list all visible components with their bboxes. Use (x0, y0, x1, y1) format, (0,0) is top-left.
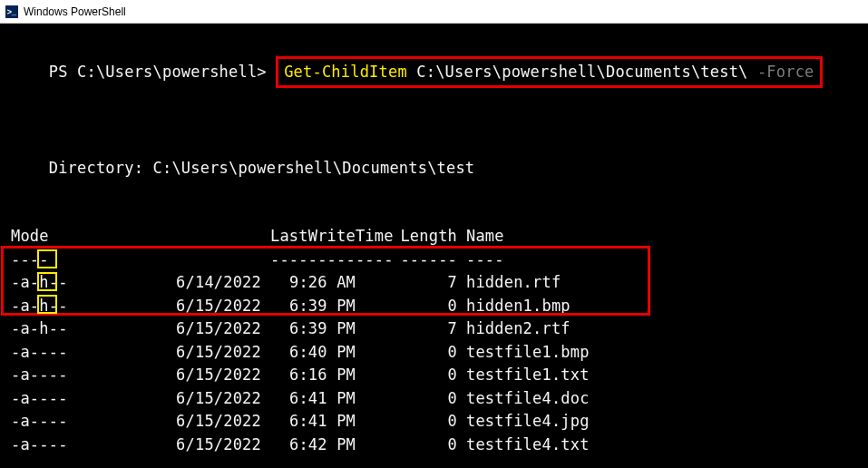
cell-time: 6:41 PM (261, 410, 356, 434)
cmd-flag: -Force (757, 63, 814, 81)
cell-name: hidden.rtf (457, 271, 561, 295)
cell-date: 6/15/2022 (138, 317, 261, 341)
cell-mode: -a---- (11, 410, 138, 434)
cell-length: 0 (356, 434, 457, 457)
table-row: -a----6/15/20226:16 PM0testfile1.txt (11, 364, 857, 387)
dash-length: ------ (356, 249, 457, 272)
cell-name: testfile1.txt (457, 364, 590, 387)
header-name: Name (457, 225, 504, 249)
cell-mode: -a---- (11, 364, 138, 387)
cell-length: 7 (356, 271, 457, 295)
cell-mode: -a-h-- (11, 317, 138, 341)
cell-time: 9:26 AM (261, 271, 356, 295)
table-row: -a----6/15/20226:41 PM0testfile4.jpg (11, 410, 857, 434)
window-title: Windows PowerShell (24, 5, 126, 18)
cell-time: 6:16 PM (261, 364, 356, 387)
cell-time: 6:40 PM (261, 341, 356, 365)
cmdlet-name: Get-ChildItem (284, 63, 407, 81)
cell-mode: -a---- (11, 387, 138, 411)
cell-name: hidden2.rtf (457, 317, 571, 341)
cell-name: hidden1.bmp (457, 295, 571, 318)
cell-length: 0 (356, 341, 457, 365)
window-title-bar: >_ Windows PowerShell (0, 0, 868, 24)
dash-row: --------------------------- (11, 249, 857, 272)
header-lastwrite: LastWriteTime (261, 225, 356, 249)
prompt-text: PS C:\Users\powershell> (49, 63, 276, 81)
cell-mode: -a---- (11, 434, 138, 457)
dash-name: ---- (457, 249, 504, 272)
command-line-1: PS C:\Users\powershell> Get-ChildItem C:… (11, 33, 857, 112)
command-highlight-box: Get-ChildItem C:\Users\powershell\Docume… (276, 56, 822, 89)
terminal-body[interactable]: PS C:\Users\powershell> Get-ChildItem C:… (0, 24, 868, 468)
cell-name: testfile4.txt (457, 434, 590, 457)
directory-line: Directory: C:\Users\powershell\Documents… (11, 157, 857, 180)
cell-name: testfile4.doc (457, 387, 590, 411)
cell-length: 0 (356, 364, 457, 387)
cell-name: testfile4.jpg (457, 410, 590, 434)
cell-date: 6/14/2022 (138, 271, 261, 295)
cell-mode: -a-h-- (11, 271, 138, 295)
cell-name: testfile1.bmp (457, 341, 590, 365)
cell-mode: -a---- (11, 341, 138, 365)
powershell-icon: >_ (5, 5, 18, 18)
table-row: -a----6/15/20226:40 PM0testfile1.bmp (11, 341, 857, 365)
cell-date: 6/15/2022 (138, 341, 261, 365)
table-row: -a----6/15/20226:42 PM0testfile4.txt (11, 434, 857, 457)
cell-time: 6:39 PM (261, 317, 356, 341)
cell-date: 6/15/2022 (138, 434, 261, 457)
table-row: -a-h--6/14/20229:26 AM7hidden.rtf (11, 271, 857, 295)
cmd-path: C:\Users\powershell\Documents\test\ (407, 63, 757, 81)
file-listing: ModeLastWriteTimeLengthName ------------… (11, 225, 857, 456)
cell-time: 6:41 PM (261, 387, 356, 411)
cell-time: 6:39 PM (261, 295, 356, 318)
cell-date: 6/15/2022 (138, 364, 261, 387)
table-row: -a----6/15/20226:41 PM0testfile4.doc (11, 387, 857, 411)
header-length: Length (356, 225, 457, 249)
cell-length: 0 (356, 387, 457, 411)
cell-time: 6:42 PM (261, 434, 356, 457)
dash-mode: ---- (11, 249, 138, 272)
cell-length: 0 (356, 410, 457, 434)
dash-lastwrite: ------------- (261, 249, 356, 272)
header-row: ModeLastWriteTimeLengthName (11, 225, 857, 249)
header-mode: Mode (11, 225, 138, 249)
table-row: -a-h--6/15/20226:39 PM7hidden2.rtf (11, 317, 857, 341)
cell-date: 6/15/2022 (138, 410, 261, 434)
cell-date: 6/15/2022 (138, 295, 261, 318)
cell-length: 7 (356, 317, 457, 341)
table-row: -a-h--6/15/20226:39 PM0hidden1.bmp (11, 295, 857, 318)
cell-mode: -a-h-- (11, 295, 138, 318)
cell-date: 6/15/2022 (138, 387, 261, 411)
cell-length: 0 (356, 295, 457, 318)
